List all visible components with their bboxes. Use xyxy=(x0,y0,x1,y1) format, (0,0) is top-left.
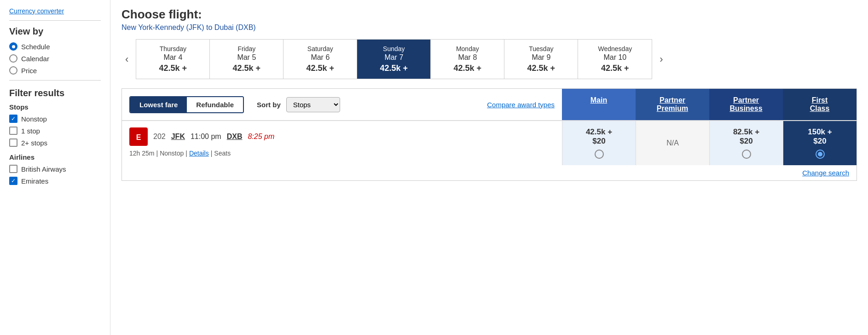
date-tab-thu[interactable]: Thursday Mar 4 42.5k + xyxy=(136,40,210,79)
nonstop-label: Nonstop xyxy=(21,115,47,123)
depart-time: 11:00 pm xyxy=(191,133,221,141)
separator3: | xyxy=(211,150,213,157)
view-by-price[interactable]: Price xyxy=(9,66,101,75)
stop-nonstop[interactable]: Nonstop xyxy=(9,115,101,123)
price-wed: 42.5k + xyxy=(582,64,648,73)
day-tue: Tuesday xyxy=(508,45,574,52)
price-mon: 42.5k + xyxy=(434,64,500,73)
dest-code: DXB xyxy=(227,133,243,141)
first-class-radio[interactable] xyxy=(816,150,825,159)
partner-business-price: 82.5k +$20 xyxy=(733,127,759,146)
price-cell-main: 42.5k +$20 xyxy=(562,121,636,165)
stop-1[interactable]: 1 stop xyxy=(9,127,101,135)
two-stop-checkbox[interactable] xyxy=(9,139,17,147)
date-slider: ‹ Thursday Mar 4 42.5k + Friday Mar 5 42… xyxy=(122,39,857,79)
separator1: | xyxy=(156,150,158,157)
fare-section: Lowest fare Refundable Sort by Stops Pri… xyxy=(122,88,857,181)
day-sun: Sunday xyxy=(361,45,427,52)
price-sun: 42.5k + xyxy=(361,64,427,73)
flight-info: E 202 JFK 11:00 pm DXB 8:25 pm 12h 25m |… xyxy=(122,121,562,165)
date-tab-tue[interactable]: Tuesday Mar 9 42.5k + xyxy=(504,40,578,79)
page-title: Choose flight: xyxy=(122,7,857,22)
svg-text:E: E xyxy=(136,133,141,141)
price-fri: 42.5k + xyxy=(214,64,279,73)
sidebar: Currency converter View by Schedule Cale… xyxy=(0,0,110,335)
flight-number: 202 xyxy=(153,133,166,141)
british-airways-checkbox[interactable] xyxy=(9,165,17,173)
currency-converter-link[interactable]: Currency converter xyxy=(9,7,64,15)
date-tab-mon[interactable]: Monday Mar 8 42.5k + xyxy=(431,40,504,79)
view-by-schedule[interactable]: Schedule xyxy=(9,42,101,51)
airline-emirates[interactable]: Emirates xyxy=(9,177,101,185)
price-cell-partner-business: 82.5k +$20 xyxy=(709,121,783,165)
emirates-label: Emirates xyxy=(21,177,48,185)
col-header-partner-business[interactable]: PartnerBusiness xyxy=(709,89,783,120)
date-tab-wed[interactable]: Wednesday Mar 10 42.5k + xyxy=(578,40,652,79)
flight-bottom: 12h 25m | Nonstop | Details | Seats xyxy=(129,150,555,157)
day-thu: Thursday xyxy=(140,45,206,52)
fare-toggle: Lowest fare Refundable xyxy=(129,96,244,113)
day-fri: Friday xyxy=(214,45,279,52)
date-tab-sat[interactable]: Saturday Mar 6 42.5k + xyxy=(284,40,357,79)
one-stop-checkbox[interactable] xyxy=(9,127,17,135)
bottom-row: Change search xyxy=(122,165,856,180)
first-class-price: 150k +$20 xyxy=(808,127,832,146)
date-mar7: Mar 7 xyxy=(361,53,427,62)
date-mar8: Mar 8 xyxy=(434,53,500,62)
stop-2plus[interactable]: 2+ stops xyxy=(9,139,101,147)
price-cell-first-class: 150k +$20 xyxy=(783,121,856,165)
price-thu: 42.5k + xyxy=(140,64,206,73)
day-sat: Saturday xyxy=(287,45,353,52)
view-by-calendar[interactable]: Calendar xyxy=(9,54,101,63)
stops-text: Nonstop xyxy=(160,150,184,157)
price-radio[interactable] xyxy=(9,66,17,75)
filter-results-title: Filter results xyxy=(9,88,101,98)
emirates-logo: E xyxy=(129,127,148,146)
compare-award-link[interactable]: Compare award types xyxy=(487,101,555,109)
emirates-checkbox[interactable] xyxy=(9,177,17,185)
date-mar6: Mar 6 xyxy=(287,53,353,62)
date-mar5: Mar 5 xyxy=(214,53,279,62)
main-price: 42.5k +$20 xyxy=(586,127,612,146)
date-mar10: Mar 10 xyxy=(582,53,648,62)
refundable-btn[interactable]: Refundable xyxy=(187,97,243,112)
change-search-link[interactable]: Change search xyxy=(802,169,849,177)
day-wed: Wednesday xyxy=(582,45,648,52)
date-tabs: Thursday Mar 4 42.5k + Friday Mar 5 42.5… xyxy=(136,39,652,79)
main-radio[interactable] xyxy=(595,150,604,159)
airline-british-airways[interactable]: British Airways xyxy=(9,165,101,173)
col-header-partner-premium[interactable]: PartnerPremium xyxy=(636,89,709,120)
col-header-main[interactable]: Main xyxy=(562,89,636,120)
price-cell-partner-premium: N/A xyxy=(636,121,709,165)
price-sat: 42.5k + xyxy=(287,64,353,73)
main-content: Choose flight: New York-Kennedy (JFK) to… xyxy=(110,0,868,335)
airlines-options: British Airways Emirates xyxy=(9,165,101,185)
nonstop-checkbox[interactable] xyxy=(9,115,17,123)
emirates-logo-svg: E xyxy=(132,130,145,144)
flight-row: E 202 JFK 11:00 pm DXB 8:25 pm 12h 25m |… xyxy=(122,121,856,165)
partner-business-radio[interactable] xyxy=(742,150,751,159)
date-tab-fri[interactable]: Friday Mar 5 42.5k + xyxy=(210,40,284,79)
british-airways-label: British Airways xyxy=(21,165,66,173)
sort-select[interactable]: Stops Price Duration xyxy=(286,97,340,112)
stops-label: Stops xyxy=(9,103,101,111)
schedule-label: Schedule xyxy=(21,43,50,51)
date-tab-sun[interactable]: Sunday Mar 7 42.5k + xyxy=(357,40,431,79)
view-by-title: View by xyxy=(9,26,101,37)
calendar-label: Calendar xyxy=(21,55,49,63)
lowest-fare-btn[interactable]: Lowest fare xyxy=(130,97,187,112)
col-header-first-class[interactable]: FirstClass xyxy=(783,89,856,120)
next-arrow[interactable]: › xyxy=(656,52,666,67)
details-link[interactable]: Details xyxy=(189,150,209,157)
arrive-time: 8:25 pm xyxy=(248,133,274,141)
prev-arrow[interactable]: ‹ xyxy=(122,52,132,67)
route-subtitle: New York-Kennedy (JFK) to Dubai (DXB) xyxy=(122,23,857,32)
stops-options: Nonstop 1 stop 2+ stops xyxy=(9,115,101,147)
price-label: Price xyxy=(21,67,37,75)
partner-premium-price: N/A xyxy=(666,139,679,147)
schedule-radio[interactable] xyxy=(9,42,17,51)
calendar-radio[interactable] xyxy=(9,54,17,63)
date-mar9: Mar 9 xyxy=(508,53,574,62)
day-mon: Monday xyxy=(434,45,500,52)
price-tue: 42.5k + xyxy=(508,64,574,73)
